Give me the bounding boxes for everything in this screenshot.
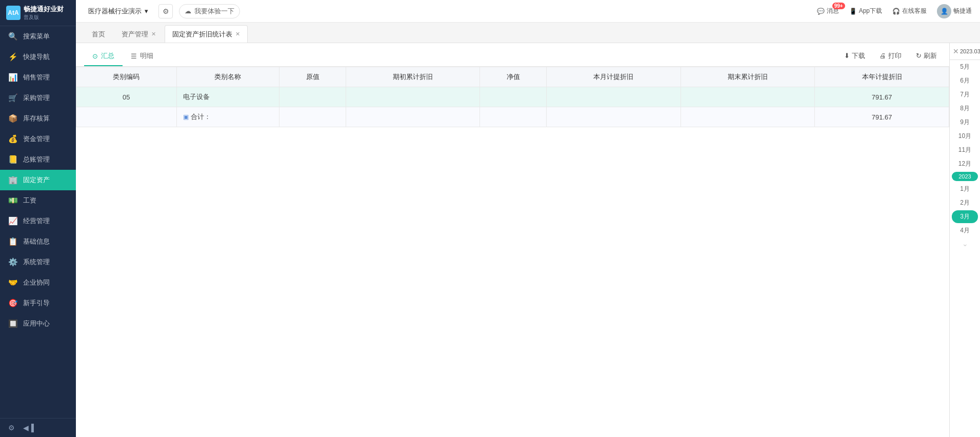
month-10[interactable]: 10月	[950, 129, 980, 143]
sidebar-icon-2: 📊	[8, 73, 18, 82]
company-selector[interactable]: 医疗器械行业演示 ▾	[84, 5, 152, 18]
table-header-row: 类别编码 类别名称 原值 期初累计折旧 净值 本月计提折旧 期末累计折旧 本年计…	[76, 67, 949, 87]
month-5[interactable]: 5月	[950, 60, 980, 74]
download-label: 下载	[852, 51, 865, 61]
sidebar-item-企业协同[interactable]: 🤝企业协同	[0, 272, 76, 293]
settings-icon[interactable]: ⚙	[8, 424, 15, 432]
app-subtitle: 普及版	[24, 14, 64, 21]
sidebar-icon-0: 🔍	[8, 32, 18, 41]
month-9[interactable]: 9月	[950, 115, 980, 129]
subtab-detail-label: 明细	[140, 51, 153, 61]
tab-depreciation-report-close[interactable]: ✕	[235, 31, 240, 37]
tab-home-label: 首页	[92, 30, 105, 39]
user-menu[interactable]: 👤 畅捷通	[937, 4, 972, 18]
sidebar-bottom: ⚙ ◀▐	[0, 418, 76, 437]
sidebar-item-销售管理[interactable]: 📊销售管理	[0, 67, 76, 88]
sidebar-item-固定资产[interactable]: 🏢固定资产	[0, 170, 76, 190]
message-icon: 💬	[817, 8, 825, 15]
sidebar-icon-1: ⚡	[8, 52, 18, 62]
month-12[interactable]: 12月	[950, 157, 980, 171]
cell-closing-dep	[681, 87, 815, 107]
service-icon: 🎧	[892, 8, 900, 15]
sidebar-item-新手引导[interactable]: 🎯新手引导	[0, 293, 76, 313]
total-label: ▣合计：	[176, 107, 279, 127]
sidebar-label-13: 新手引导	[23, 299, 50, 308]
print-button[interactable]: 🖨 打印	[875, 49, 906, 63]
scroll-down-icon: ⌄	[950, 237, 980, 250]
sidebar-icon-12: 🤝	[8, 278, 18, 287]
experience-button[interactable]: ☁ 我要体验一下	[179, 4, 240, 18]
col-closing-dep: 期末累计折旧	[681, 67, 815, 87]
sidebar-item-总账管理[interactable]: 📒总账管理	[0, 149, 76, 170]
sidebar-item-基础信息[interactable]: 📋基础信息	[0, 231, 76, 252]
cell-original-value	[279, 87, 346, 107]
total-monthly-dep	[547, 107, 681, 127]
tab-home[interactable]: 首页	[84, 25, 113, 43]
sidebar-icon-3: 🛒	[8, 93, 18, 103]
close-panel-button[interactable]: ✕	[952, 46, 960, 56]
download-button[interactable]: ⬇ 下载	[840, 49, 869, 63]
online-service-button[interactable]: 🎧 在线客服	[892, 7, 927, 15]
year-2023-badge[interactable]: 2023	[952, 172, 978, 181]
sidebar-icon-6: 📒	[8, 155, 18, 164]
sidebar-item-快捷导航[interactable]: ⚡快捷导航	[0, 47, 76, 67]
month-2023-3[interactable]: 3月	[952, 210, 978, 223]
cell-name: 电子设备	[176, 87, 279, 107]
subtab-summary[interactable]: ⊙ 汇总	[84, 48, 123, 66]
total-opening-dep	[346, 107, 480, 127]
total-net-value	[480, 107, 547, 127]
user-name: 畅捷通	[953, 7, 972, 15]
main-area: 医疗器械行业演示 ▾ ⚙ ☁ 我要体验一下 💬 消息 99+ 📱 App下载 🎧…	[76, 0, 980, 437]
collapse-icon[interactable]: ◀▐	[23, 424, 34, 432]
print-label: 打印	[888, 51, 902, 61]
cloud-icon: ☁	[185, 7, 191, 15]
tab-asset-management-close[interactable]: ✕	[151, 31, 156, 37]
sidebar-scroll: 🔍搜索菜单⚡快捷导航📊销售管理🛒采购管理📦库存核算💰资金管理📒总账管理🏢固定资产…	[0, 26, 76, 418]
messages-button[interactable]: 💬 消息 99+	[817, 7, 839, 15]
sidebar-icon-7: 🏢	[8, 175, 18, 185]
date-panel-header: ✕ 2023.03 ⤢	[950, 43, 980, 60]
month-2023-4[interactable]: 4月	[950, 224, 980, 237]
date-panel-scroll: 5月 6月 7月 8月 9月 10月 11月 12月 2023 1月 2月 3月…	[950, 60, 980, 437]
sidebar-item-经营管理[interactable]: 📈经营管理	[0, 211, 76, 231]
sidebar-label-2: 销售管理	[23, 73, 50, 82]
month-11[interactable]: 11月	[950, 143, 980, 157]
panel-date-label: 2023.03	[960, 48, 980, 54]
month-2023-2[interactable]: 2月	[950, 196, 980, 210]
month-7[interactable]: 7月	[950, 88, 980, 102]
tab-depreciation-report[interactable]: 固定资产折旧统计表 ✕	[165, 25, 248, 43]
sidebar: AtA 畅捷通好业财 普及版 🔍搜索菜单⚡快捷导航📊销售管理🛒采购管理📦库存核算…	[0, 0, 76, 437]
logo-icon: AtA	[6, 6, 21, 20]
total-closing-dep	[681, 107, 815, 127]
sidebar-item-资金管理[interactable]: 💰资金管理	[0, 129, 76, 149]
sidebar-icon-4: 📦	[8, 114, 18, 123]
experience-label: 我要体验一下	[194, 7, 234, 16]
sidebar-icon-11: ⚙️	[8, 257, 18, 267]
sidebar-label-8: 工资	[23, 196, 36, 205]
sidebar-item-应用中心[interactable]: 🔲应用中心	[0, 313, 76, 334]
subtab-detail[interactable]: ☰ 明细	[123, 48, 162, 66]
settings-button[interactable]: ⚙	[158, 4, 173, 18]
refresh-button[interactable]: ↻ 刷新	[912, 49, 941, 63]
sidebar-icon-9: 📈	[8, 216, 18, 226]
dropdown-icon: ▾	[145, 7, 148, 15]
sidebar-item-搜索菜单[interactable]: 🔍搜索菜单	[0, 26, 76, 47]
chart-icon: ⊙	[92, 52, 98, 60]
sidebar-label-9: 经营管理	[23, 216, 50, 226]
app-download-button[interactable]: 📱 App下载	[849, 7, 882, 15]
sidebar-item-库存核算[interactable]: 📦库存核算	[0, 108, 76, 129]
month-2023-1[interactable]: 1月	[950, 182, 980, 196]
month-6[interactable]: 6月	[950, 74, 980, 88]
sidebar-item-系统管理[interactable]: ⚙️系统管理	[0, 252, 76, 272]
col-name: 类别名称	[176, 67, 279, 87]
depreciation-table: 类别编码 类别名称 原值 期初累计折旧 净值 本月计提折旧 期末累计折旧 本年计…	[76, 67, 949, 127]
sidebar-icon-10: 📋	[8, 237, 18, 246]
sidebar-label-5: 资金管理	[23, 134, 50, 144]
cell-monthly-dep	[547, 87, 681, 107]
tab-asset-management[interactable]: 资产管理 ✕	[114, 25, 164, 43]
month-8[interactable]: 8月	[950, 102, 980, 115]
sidebar-item-工资[interactable]: 💵工资	[0, 190, 76, 211]
sidebar-label-14: 应用中心	[23, 319, 50, 328]
cell-net-value	[480, 87, 547, 107]
sidebar-item-采购管理[interactable]: 🛒采购管理	[0, 88, 76, 108]
